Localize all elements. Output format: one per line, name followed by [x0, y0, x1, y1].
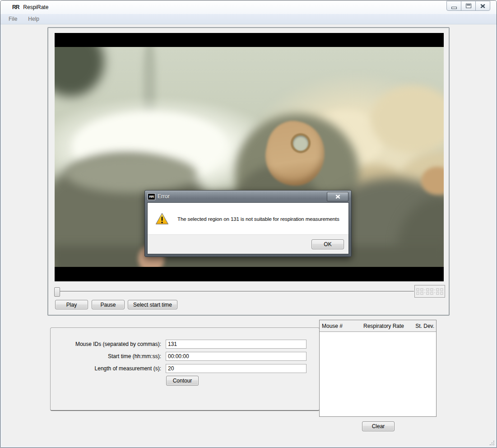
mouse-ids-input[interactable]: [166, 340, 307, 349]
error-dialog-titlebar[interactable]: RR Error: [145, 191, 351, 202]
measurement-length-input[interactable]: [166, 364, 307, 373]
pause-button[interactable]: Pause: [92, 300, 125, 309]
error-dialog-title: Error: [158, 193, 170, 200]
results-table: Mouse # Respiratory Rate St. Dev.: [319, 320, 437, 417]
menu-file[interactable]: File: [3, 14, 23, 23]
error-dialog: RR Error The selected region on 131 is n…: [144, 190, 352, 257]
column-respiratory-rate: Respiratory Rate: [357, 323, 410, 329]
maximize-button[interactable]: [461, 1, 476, 11]
measurement-length-label: Length of measurement (s):: [51, 365, 161, 372]
error-dialog-content: The selected region on 131 is not suitab…: [147, 202, 349, 254]
minimize-button[interactable]: [446, 1, 461, 11]
app-icon: RR: [12, 4, 19, 10]
close-button[interactable]: [475, 1, 490, 11]
video-ear-tag-hole: [293, 135, 308, 151]
contour-button[interactable]: Contour: [166, 376, 199, 386]
video-dark-corner: [55, 47, 104, 97]
minimize-icon: [451, 7, 457, 9]
dialog-app-icon: RR: [148, 194, 155, 200]
clear-button[interactable]: Clear: [362, 421, 395, 431]
warning-triangle-icon: [155, 213, 169, 225]
error-message: The selected region on 131 is not suitab…: [177, 216, 339, 222]
resize-grip[interactable]: [488, 439, 494, 445]
seek-slider-handle[interactable]: [54, 287, 60, 297]
close-icon: [480, 4, 485, 8]
lcd-time-display: [414, 285, 445, 298]
error-dialog-footer: OK: [148, 234, 348, 254]
error-dialog-close-button[interactable]: [327, 192, 348, 201]
select-start-time-button[interactable]: Select start time: [128, 300, 177, 309]
close-x-icon: [335, 195, 340, 199]
ok-button[interactable]: OK: [311, 239, 344, 249]
maximize-icon: [466, 4, 471, 8]
start-time-label: Start time (hh:mm:ss):: [51, 353, 161, 359]
window-title: RespiRate: [23, 4, 48, 10]
seek-slider-track[interactable]: [55, 291, 414, 292]
start-time-input[interactable]: [166, 352, 307, 361]
video-panel: Play Pause Select start time: [47, 27, 450, 316]
column-mouse-number: Mouse #: [320, 323, 357, 329]
play-button[interactable]: Play: [55, 300, 88, 309]
results-table-body[interactable]: [320, 331, 436, 416]
mouse-ids-label: Mouse IDs (separated by commas):: [51, 341, 161, 347]
menu-help[interactable]: Help: [23, 14, 45, 23]
column-st-dev: St. Dev.: [410, 323, 436, 329]
window-controls: [447, 1, 490, 11]
video-mouse-left-highlight: [66, 154, 197, 193]
measurement-form-panel: Mouse IDs (separated by commas): Start t…: [50, 327, 320, 411]
results-table-header: Mouse # Respiratory Rate St. Dev.: [320, 320, 436, 331]
titlebar[interactable]: RR RespiRate: [0, 0, 497, 14]
menubar: File Help: [0, 14, 497, 24]
